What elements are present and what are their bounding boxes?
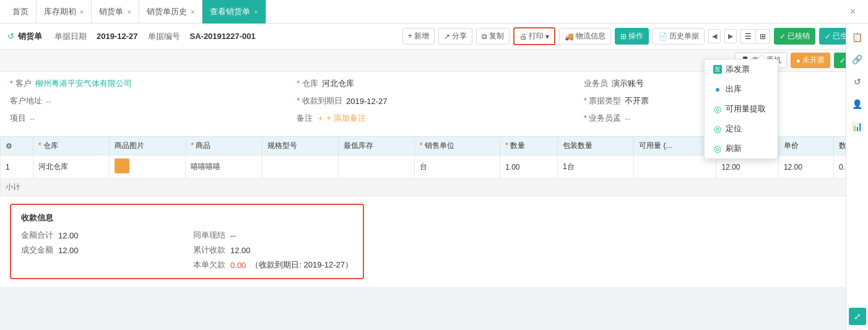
payment-grid: 金额合计 12.00 同单现结 -- 成交金额 12.00 累计收款 12.00 (21, 230, 353, 271)
payment-row-transaction: 成交金额 12.00 (21, 245, 181, 256)
refresh-icon: ◎ (713, 144, 722, 153)
product-image (115, 158, 129, 173)
nav-prev-button[interactable]: ◀ (708, 29, 721, 43)
operation-button[interactable]: ⊞ 操作 (615, 28, 649, 45)
project-field: 项目 -- (10, 113, 284, 124)
sidebar-icon-expand[interactable]: ⤢ (849, 308, 866, 325)
share-label: 分享 (452, 31, 467, 41)
nav-next-button[interactable]: ▶ (724, 29, 737, 43)
refresh-label: 刷新 (726, 143, 742, 154)
same-order-label: 同单现结 (193, 230, 225, 241)
dropdown-item-locate[interactable]: ◎ 定位 (705, 119, 778, 139)
sidebar-icon-chart[interactable]: 📊 (849, 118, 866, 135)
tab-sales-label: 销货单 (99, 6, 123, 17)
history-button[interactable]: 📄 历史单据 (653, 28, 705, 45)
print-button[interactable]: 🖨 打印 ▾ (513, 27, 555, 45)
add-note-label: + 添加备注 (326, 113, 365, 124)
settings-icon[interactable]: ⚙ (6, 142, 12, 150)
col-min-stock: 最低库存 (338, 137, 414, 155)
cell-warehouse: 河北仓库 (33, 155, 110, 179)
payment-row-same-order: 同单现结 -- (193, 230, 353, 241)
address-field: 客户地址 -- (10, 95, 284, 106)
number-label: 单据编号 (148, 31, 180, 42)
tab-sales[interactable]: 销货单 × (92, 0, 139, 24)
cell-available (634, 155, 716, 179)
tab-sales-history[interactable]: 销货单历史 × (139, 0, 202, 24)
dropdown-item-ship-out[interactable]: ● 出库 (705, 79, 778, 99)
cell-spec (262, 155, 338, 179)
warehouse-value: 河北仓库 (322, 78, 354, 89)
tab-view-sales-close[interactable]: × (254, 8, 258, 15)
logistics-button[interactable]: 🚚 物流信息 (559, 28, 611, 45)
col-settings[interactable]: ⚙ (1, 137, 33, 155)
col-product: 商品 (186, 137, 262, 155)
not-open-label: 未开票 (802, 55, 825, 66)
cell-pack-qty: 1台 (558, 155, 634, 179)
locate-label: 定位 (726, 123, 742, 134)
cumulative-label: 累计收款 (193, 245, 225, 256)
confirm-icon: ✓ (840, 56, 846, 65)
col-pack-qty: 包装数量 (558, 137, 634, 155)
sidebar-icon-user[interactable]: 👤 (849, 95, 866, 113)
transaction-value: 12.00 (58, 246, 79, 255)
copy-label: 复制 (489, 31, 504, 41)
tab-view-sales[interactable]: 查看销货单 × (202, 0, 266, 24)
dropdown-item-refresh[interactable]: ◎ 刷新 (705, 139, 778, 158)
dropdown-item-add-invoice[interactable]: 发 添发票 (705, 59, 778, 79)
cumulative-value: 12.00 (230, 246, 251, 255)
share-icon: ↗ (444, 32, 450, 41)
total-amount-label: 金额合计 (21, 230, 53, 241)
share-button[interactable]: ↗ 分享 (438, 28, 472, 45)
tab-inventory-close[interactable]: × (80, 8, 84, 15)
copy-button[interactable]: ⧉ 复制 (476, 28, 510, 45)
tab-home[interactable]: 首页 (5, 0, 37, 24)
tab-sales-close[interactable]: × (127, 8, 131, 15)
window-close-button[interactable]: × (843, 6, 863, 17)
view-grid-button[interactable]: ⊞ (755, 29, 770, 44)
warehouse-label: 仓库 (297, 78, 318, 89)
history-icon: 📄 (658, 32, 667, 41)
cell-unit-price: 12.00 (778, 155, 833, 179)
sidebar-icon-copy[interactable]: 📋 (849, 28, 866, 46)
available-qty-label: 可用量提取 (726, 103, 766, 115)
tab-bar: 首页 库存期初 × 销货单 × 销货单历史 × 查看销货单 × × (0, 0, 868, 24)
ship-out-icon: ● (713, 85, 722, 93)
available-qty-icon: ◎ (713, 105, 722, 113)
date-label: 单据日期 (54, 31, 87, 42)
print-dropdown-arrow[interactable]: ▾ (545, 32, 549, 41)
date-value: 2019-12-27 (97, 32, 138, 41)
sidebar-icon-link[interactable]: 🔗 (849, 51, 866, 68)
subtotal-label: 小计 (1, 179, 868, 196)
tab-sales-history-close[interactable]: × (191, 8, 194, 15)
cell-product-img (110, 155, 186, 179)
tab-inventory[interactable]: 库存期初 × (37, 0, 92, 24)
check-icon: ✓ (779, 32, 786, 41)
col-spec: 规格型号 (262, 137, 338, 155)
add-note-button[interactable]: ＋ + 添加备注 (316, 113, 365, 124)
cell-quantity: 1.00 (500, 155, 558, 179)
payment-box: 收款信息 金额合计 12.00 同单现结 -- 成交金额 12.00 (10, 204, 364, 279)
payment-row-cumulative: 累计收款 12.00 (193, 245, 353, 256)
view-list-button[interactable]: ☰ (740, 29, 755, 44)
dropdown-item-available-qty[interactable]: ◎ 可用量提取 (705, 99, 778, 119)
project-label: 项目 (10, 113, 26, 124)
add-note-icon: ＋ (316, 113, 324, 124)
customer-value[interactable]: 柳州粤港平安气体有限公司 (35, 78, 132, 89)
address-value: -- (46, 97, 51, 106)
col-warehouse: 仓库 (33, 137, 110, 155)
payment-row-total: 金额合计 12.00 (21, 230, 181, 241)
cell-sales-unit: 台 (414, 155, 500, 179)
print-label: 打印 (529, 31, 544, 41)
customer-field: 客户 柳州粤港平安气体有限公司 (10, 78, 284, 89)
sidebar-icon-refresh[interactable]: ↺ (849, 73, 866, 90)
new-button[interactable]: + 新增 (402, 28, 435, 45)
not-open-button[interactable]: ● 未开票 (791, 53, 830, 68)
toolbar: + 新增 ↗ 分享 ⧉ 复制 🖨 打印 ▾ 🚚 物流信息 (402, 27, 861, 45)
view-toggle: ☰ ⊞ (740, 29, 770, 44)
operation-icon: ⊞ (620, 32, 627, 41)
cancelled-button[interactable]: ✓ 已核销 (774, 28, 815, 45)
header-meta: 单据日期 2019-12-27 单据编号 SA-20191227-001 (54, 31, 256, 42)
sales-staff-value: -- (625, 114, 630, 123)
number-value: SA-20191227-001 (190, 32, 256, 41)
staff-label: 业务员 (584, 78, 608, 89)
